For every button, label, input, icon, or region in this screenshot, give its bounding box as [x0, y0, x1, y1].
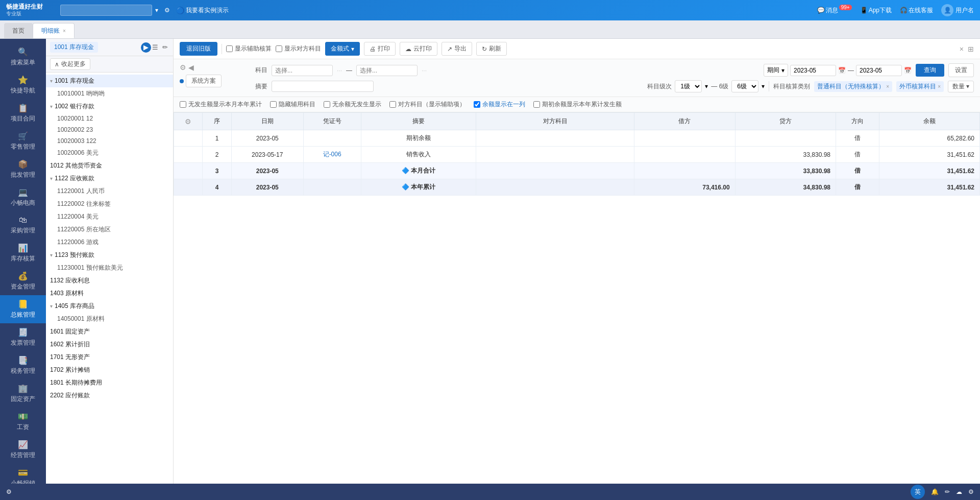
sidebar-item-tax-mgmt[interactable]: 📑 税务管理 — [0, 351, 46, 379]
option-hide-aux-input[interactable] — [270, 101, 277, 108]
export-btn[interactable]: ↗ 导出 — [442, 42, 472, 56]
filter-settings-icon[interactable]: ⚙ — [180, 63, 186, 72]
demo-link-btn[interactable]: 🔵 我要看实例演示 — [173, 5, 232, 16]
refresh-btn[interactable]: ↻ 刷新 — [476, 42, 507, 56]
tree-item-11220001[interactable]: 11220001 人民币 — [46, 185, 173, 198]
option-no-balance[interactable]: 无余额无发生显示 — [324, 100, 381, 109]
tree-item-1702[interactable]: 1702 累计摊销 — [46, 364, 173, 376]
tree-item-1012[interactable]: 1012 其他货币资金 — [46, 159, 173, 172]
calendar-end-icon[interactable]: 📅 — [904, 67, 912, 74]
expand-panel-btn[interactable]: ⊞ — [968, 45, 974, 53]
level-start-select[interactable]: 1级 2级 3级 — [675, 80, 702, 92]
quantity-btn[interactable]: 数量 ▾ — [948, 81, 974, 92]
bottom-config-btn[interactable]: ⚙ — [968, 488, 974, 495]
option-balance-one-col[interactable]: 余额显示在一列 — [474, 100, 525, 109]
bottom-cloud-btn[interactable]: ☁ — [956, 488, 962, 495]
sidebar-item-xiaochang-ecom[interactable]: 💻 小畅电商 — [0, 183, 46, 211]
tree-item-14050001[interactable]: 14050001 原材料 — [46, 313, 173, 325]
return-old-version-btn[interactable]: 退回旧版 — [180, 42, 217, 56]
tree-item-10020003[interactable]: 10020003 122 — [46, 135, 173, 147]
tree-item-1001[interactable]: ▾ 1001 库存现金 — [46, 75, 173, 87]
option-no-occur[interactable]: 无发生额显示本月本年累计 — [180, 100, 262, 109]
tree-item-11220006[interactable]: 11220006 游戏 — [46, 236, 173, 249]
sidebar-item-salary[interactable]: 💵 工资 — [0, 408, 46, 436]
tree-item-11220004[interactable]: 11220004 美元 — [46, 210, 173, 223]
calendar-start-icon[interactable]: 📅 — [838, 67, 846, 74]
sidebar-item-retail-mgmt[interactable]: 🛒 零售管理 — [0, 127, 46, 155]
level-end-select[interactable]: 6级 5级 4级 — [731, 80, 758, 92]
period-start-input[interactable] — [790, 65, 836, 76]
amount-format-btn[interactable]: 金额式 ▾ — [325, 42, 360, 56]
bottom-notification-btn[interactable]: 🔔 — [931, 488, 939, 495]
option-period-balance-input[interactable] — [533, 101, 540, 108]
settings-col-icon[interactable]: ⚙ — [185, 117, 191, 126]
tree-item-1132[interactable]: 1132 应收利息 — [46, 274, 173, 287]
tree-item-11220002[interactable]: 11220002 往来标签 — [46, 198, 173, 210]
tree-item-1405[interactable]: ▾ 1405 库存商品 — [46, 300, 173, 313]
voucher-link-2[interactable]: 记-006 — [323, 151, 341, 158]
option-balance-one-col-input[interactable] — [474, 101, 480, 108]
sidebar-item-project-contract[interactable]: 📋 项目合同 — [0, 99, 46, 127]
summary-input[interactable] — [272, 81, 374, 92]
tree-item-1701[interactable]: 1701 无形资产 — [46, 351, 173, 364]
tree-item-1403[interactable]: 1403 原材料 — [46, 287, 173, 300]
message-area[interactable]: 💬 消息 99+ — [817, 6, 852, 15]
period-type-select[interactable]: 期间 ▾ — [764, 64, 788, 77]
tree-item-10010001[interactable]: 10010001 哟哟哟 — [46, 87, 173, 100]
edit-btn[interactable]: ✏ — [161, 42, 169, 52]
scheme-btn[interactable]: 系统方案 — [186, 75, 222, 87]
sidebar-item-invoice-mgmt[interactable]: 🧾 发票管理 — [0, 323, 46, 351]
sidebar-item-operations-mgmt[interactable]: 📈 经营管理 — [0, 436, 46, 464]
list-view-btn[interactable]: ☰ — [151, 42, 159, 52]
td-voucher-2[interactable]: 记-006 — [303, 147, 361, 163]
sidebar-item-general-ledger[interactable]: 📒 总账管理 — [0, 295, 46, 323]
tree-item-10020006[interactable]: 10020006 美元 — [46, 147, 173, 159]
settings-gear-btn[interactable]: ⚙ — [161, 6, 173, 15]
sidebar-item-quick-nav[interactable]: ⭐ 快捷导航 — [0, 71, 46, 99]
show-aux-calc-check[interactable]: 显示辅助核算 — [226, 44, 272, 53]
option-contra-show-input[interactable] — [389, 101, 396, 108]
option-no-occur-input[interactable] — [180, 101, 186, 108]
filter-collapse-btn[interactable]: ◀ — [188, 63, 194, 72]
tree-item-11230001[interactable]: 11230001 预付账款美元 — [46, 261, 173, 274]
option-contra-show[interactable]: 对方科目（显示辅助项） — [389, 100, 465, 109]
bottom-edit-btn[interactable]: ✏ — [945, 488, 950, 495]
query-btn[interactable]: 查询 — [916, 64, 944, 77]
show-contra-account-check[interactable]: 显示对方科目 — [276, 44, 321, 53]
tree-item-1801[interactable]: 1801 长期待摊费用 — [46, 376, 173, 389]
bottom-settings-btn[interactable]: ⚙ — [6, 488, 12, 495]
tab-close-icon[interactable]: × — [63, 28, 66, 34]
tree-item-1123[interactable]: ▾ 1123 预付账款 — [46, 249, 173, 261]
top-search-input[interactable] — [60, 5, 152, 16]
print-btn[interactable]: 🖨 打印 — [364, 42, 396, 56]
sidebar-item-capital-mgmt[interactable]: 💰 资金管理 — [0, 267, 46, 295]
sidebar-item-fixed-assets[interactable]: 🏢 固定资产 — [0, 379, 46, 408]
show-aux-calc-input[interactable] — [226, 45, 233, 52]
online-service-area[interactable]: 🎧 在线客服 — [900, 6, 933, 15]
show-contra-input[interactable] — [276, 45, 282, 52]
app-download-area[interactable]: 📱 App下载 — [860, 6, 892, 15]
tree-item-11220005[interactable]: 11220005 所在地区 — [46, 223, 173, 236]
option-no-balance-input[interactable] — [324, 101, 330, 108]
lang-switch-btn[interactable]: 英 — [911, 485, 925, 499]
tree-item-2202[interactable]: 2202 应付账款 — [46, 389, 173, 402]
settings-btn[interactable]: 设置 — [948, 63, 974, 77]
tab-home[interactable]: 首页 — [4, 23, 33, 38]
tag-close-foreign-icon[interactable]: × — [938, 84, 941, 89]
tag-close-normal-icon[interactable]: × — [886, 84, 889, 89]
subject-start-input[interactable] — [272, 65, 333, 76]
sidebar-item-search-menu[interactable]: 🔍 搜索菜单 — [0, 43, 46, 71]
sidebar-item-purchase-mgmt[interactable]: 🛍 采购管理 — [0, 211, 46, 239]
sidebar-item-wholesale-mgmt[interactable]: 📦 批发管理 — [0, 155, 46, 183]
forward-nav-btn[interactable]: ▶ — [141, 42, 151, 53]
tree-item-1002[interactable]: ▾ 1002 银行存款 — [46, 100, 173, 113]
cloud-print-btn[interactable]: ☁ 云打印 — [400, 42, 437, 56]
tree-item-10020002[interactable]: 10020002 23 — [46, 124, 173, 135]
sidebar-item-inventory-calc[interactable]: 📊 库存核算 — [0, 239, 46, 267]
tree-item-1601[interactable]: 1601 固定资产 — [46, 325, 173, 338]
tree-item-1122[interactable]: ▾ 1122 应收账款 — [46, 172, 173, 185]
dropdown-btn[interactable]: ▾ — [152, 6, 161, 15]
option-period-balance[interactable]: 期初余额显示本年累计发生额 — [533, 100, 622, 109]
tab-detail-ledger[interactable]: 明细账 × — [33, 23, 75, 38]
tree-item-10020001[interactable]: 10020001 12 — [46, 113, 173, 124]
